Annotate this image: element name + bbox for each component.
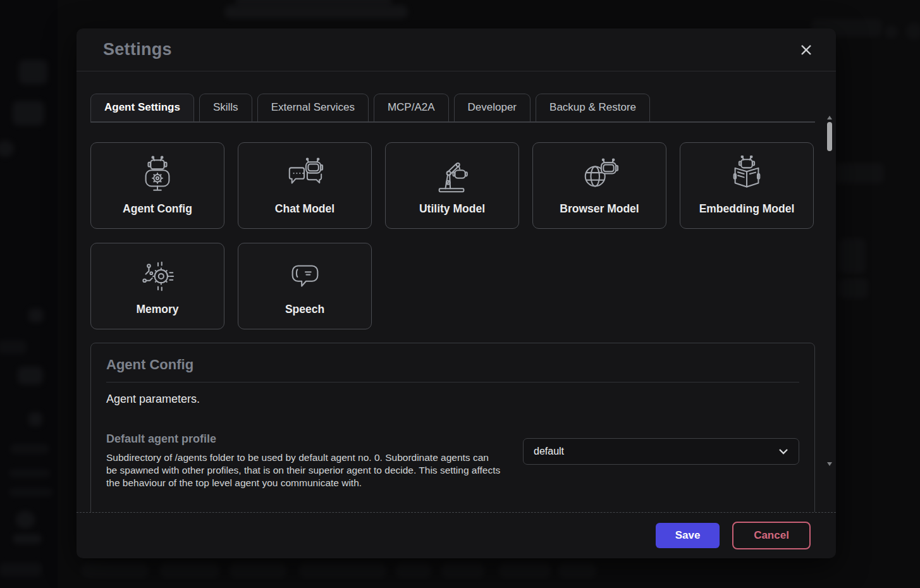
- tab-backup-restore[interactable]: Backup & Restore: [536, 94, 650, 121]
- card-label: Embedding Model: [699, 202, 795, 216]
- card-label: Memory: [136, 303, 178, 316]
- background-artifact: [159, 563, 220, 578]
- card-label: Chat Model: [275, 202, 334, 216]
- settings-card-grid: Agent Config Chat Model: [90, 142, 815, 329]
- section-subtitle: Agent parameters.: [106, 393, 799, 406]
- card-chat-model[interactable]: Chat Model: [238, 142, 372, 229]
- card-memory[interactable]: Memory: [90, 243, 224, 329]
- modal-footer: Save Cancel: [77, 512, 836, 558]
- background-sidebar: [0, 0, 58, 588]
- chevron-down-icon: [778, 448, 788, 455]
- background-artifact: [13, 101, 44, 125]
- background-artifact: [885, 25, 898, 39]
- background-artifact: [441, 563, 485, 578]
- background-artifact: [229, 563, 287, 578]
- scroll-up-arrow[interactable]: [827, 116, 832, 119]
- background-artifact: [13, 534, 42, 544]
- background-artifact: [28, 412, 42, 426]
- modal-scrollbar: [826, 116, 833, 466]
- tab-bar: Agent Settings Skills External Services …: [90, 94, 815, 123]
- modal-header: Settings: [77, 28, 836, 71]
- background-artifact: [28, 309, 44, 322]
- background-artifact: [298, 563, 387, 578]
- agent-config-section: Agent Config Agent parameters. Default a…: [90, 343, 815, 512]
- card-speech[interactable]: Speech: [238, 243, 372, 329]
- background-artifact: [906, 23, 920, 40]
- scroll-down-arrow[interactable]: [827, 462, 832, 466]
- card-embedding-model[interactable]: Embedding Model: [680, 142, 814, 229]
- background-artifact: [0, 340, 27, 354]
- settings-modal: Settings Agent Settings Skills External …: [77, 28, 836, 558]
- background-artifact: [19, 60, 47, 84]
- card-label: Browser Model: [560, 202, 639, 216]
- robot-arm-icon: [432, 156, 472, 195]
- background-artifact: [81, 563, 149, 578]
- cancel-button[interactable]: Cancel: [732, 522, 811, 549]
- tab-skills[interactable]: Skills: [199, 94, 252, 121]
- scrollbar-thumb[interactable]: [827, 122, 832, 151]
- background-artifact: [235, 0, 392, 5]
- speech-bubble-icon: [285, 256, 324, 295]
- robot-gear-icon: [138, 156, 177, 195]
- select-value: default: [534, 446, 564, 457]
- card-label: Speech: [285, 303, 324, 316]
- card-label: Agent Config: [123, 202, 192, 216]
- background-artifact: [18, 367, 43, 384]
- default-agent-profile-select[interactable]: default: [523, 438, 799, 465]
- background-artifact: [395, 563, 432, 578]
- tab-mcp-a2a[interactable]: MCP/A2A: [374, 94, 449, 121]
- close-button[interactable]: [795, 39, 817, 61]
- field-label: Default agent profile: [106, 432, 523, 446]
- card-label: Utility Model: [419, 202, 485, 216]
- background-artifact: [10, 444, 49, 454]
- card-browser-model[interactable]: Browser Model: [532, 142, 666, 229]
- circuit-gear-icon: [138, 256, 177, 295]
- background-artifact: [9, 488, 53, 496]
- background-artifact: [0, 563, 42, 577]
- section-title: Agent Config: [106, 357, 799, 373]
- card-agent-config[interactable]: Agent Config: [90, 142, 224, 229]
- tab-external-services[interactable]: External Services: [257, 94, 369, 121]
- background-artifact: [833, 163, 884, 183]
- background-artifact: [16, 511, 35, 529]
- robot-globe-icon: [580, 156, 619, 195]
- modal-title: Settings: [103, 40, 172, 59]
- tab-developer[interactable]: Developer: [454, 94, 531, 121]
- close-icon: [799, 43, 813, 57]
- background-artifact: [839, 278, 868, 298]
- background-artifact: [558, 563, 597, 578]
- background-artifact: [498, 563, 551, 578]
- robot-book-icon: [727, 156, 766, 195]
- save-button[interactable]: Save: [656, 523, 720, 548]
- card-utility-model[interactable]: Utility Model: [385, 142, 519, 229]
- robot-chat-icon: [285, 156, 324, 195]
- tab-agent-settings[interactable]: Agent Settings: [90, 94, 194, 121]
- background-artifact: [839, 238, 866, 274]
- divider: [106, 382, 799, 383]
- modal-body: Agent Settings Skills External Services …: [77, 71, 836, 512]
- field-default-agent-profile: Default agent profile Subdirectory of /a…: [106, 432, 799, 489]
- field-description: Subdirectory of /agents folder to be use…: [106, 451, 501, 489]
- background-artifact: [9, 469, 51, 477]
- background-artifact: [224, 5, 408, 19]
